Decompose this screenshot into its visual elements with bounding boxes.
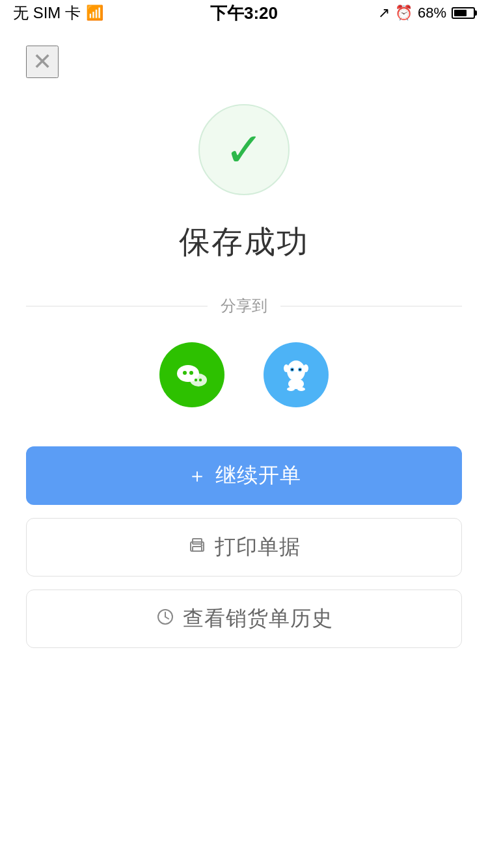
location-icon: ↗ bbox=[378, 5, 390, 21]
qq-icon bbox=[277, 355, 316, 394]
print-button[interactable]: 打印单据 bbox=[26, 518, 462, 576]
main-content: ✕ ✓ 保存成功 分享到 bbox=[0, 26, 488, 668]
svg-rect-19 bbox=[193, 547, 202, 551]
battery-icon bbox=[452, 7, 475, 19]
divider-line-right bbox=[280, 306, 462, 306]
print-label: 打印单据 bbox=[215, 533, 301, 562]
history-label: 查看销货单历史 bbox=[183, 604, 333, 633]
wechat-share-button[interactable] bbox=[159, 342, 224, 407]
close-button[interactable]: ✕ bbox=[26, 46, 59, 78]
history-button[interactable]: 查看销货单历史 bbox=[26, 590, 462, 648]
svg-point-8 bbox=[284, 364, 289, 372]
svg-point-4 bbox=[195, 379, 197, 381]
svg-line-23 bbox=[165, 617, 169, 619]
svg-point-1 bbox=[183, 371, 187, 375]
printer-icon bbox=[187, 536, 207, 560]
continue-button[interactable]: ＋ 继续开单 bbox=[26, 446, 462, 505]
no-sim-text: 无 SIM 卡 bbox=[13, 3, 81, 23]
qq-share-button[interactable] bbox=[264, 342, 329, 407]
svg-point-11 bbox=[287, 387, 295, 391]
alarm-icon: ⏰ bbox=[395, 5, 413, 21]
status-right: ↗ ⏰ 68% bbox=[378, 5, 475, 21]
action-buttons: ＋ 继续开单 打印单据 bbox=[26, 446, 462, 648]
svg-point-20 bbox=[201, 544, 203, 546]
wechat-icon bbox=[172, 355, 211, 394]
checkmark-icon: ✓ bbox=[224, 126, 264, 173]
svg-point-2 bbox=[189, 371, 193, 375]
divider-line-left bbox=[26, 306, 208, 306]
svg-point-12 bbox=[297, 387, 305, 391]
continue-label: 继续开单 bbox=[215, 461, 301, 490]
battery-percent: 68% bbox=[418, 5, 446, 21]
svg-point-16 bbox=[299, 369, 301, 371]
plus-icon: ＋ bbox=[187, 463, 208, 489]
svg-point-9 bbox=[303, 364, 308, 372]
status-time: 下午3:20 bbox=[210, 2, 278, 25]
svg-point-6 bbox=[287, 360, 305, 381]
status-left: 无 SIM 卡 📶 bbox=[13, 3, 103, 23]
success-title: 保存成功 bbox=[179, 221, 309, 263]
svg-point-5 bbox=[199, 379, 202, 381]
share-icons-container bbox=[159, 342, 329, 407]
clock-icon bbox=[156, 607, 175, 631]
wifi-icon: 📶 bbox=[86, 5, 103, 21]
success-circle: ✓ bbox=[198, 104, 290, 195]
svg-point-3 bbox=[190, 373, 207, 387]
share-divider-text: 分享到 bbox=[221, 295, 267, 316]
close-icon: ✕ bbox=[33, 50, 52, 74]
svg-point-15 bbox=[291, 369, 293, 371]
status-bar: 无 SIM 卡 📶 下午3:20 ↗ ⏰ 68% bbox=[0, 0, 488, 26]
share-divider: 分享到 bbox=[26, 295, 462, 316]
